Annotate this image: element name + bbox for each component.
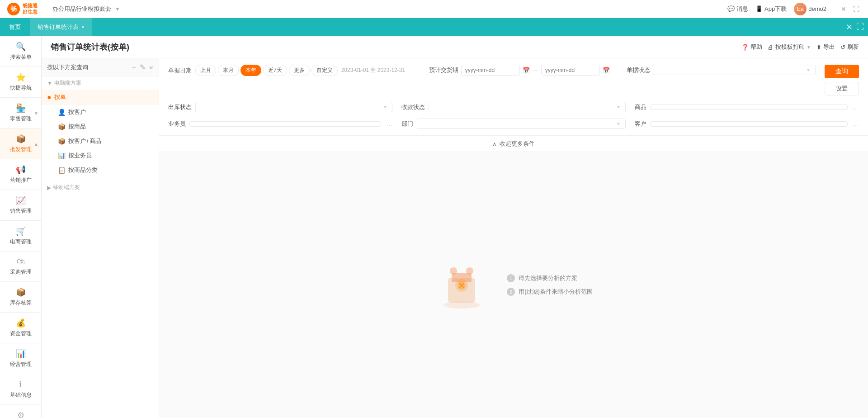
salesperson-select[interactable] — [189, 121, 381, 127]
operation-icon: 📊 — [4, 349, 38, 359]
wholesale-arrow: ▲ — [34, 141, 38, 146]
department-label: 部门 — [401, 120, 413, 128]
scheme-item-by-customer[interactable]: 👤 按客户 — [42, 105, 159, 119]
delivery-arrow: ▼ — [383, 104, 387, 109]
body-area: 按以下方案查询 + ✎ « ▼ 电脑端方案 ● 按单 — [42, 58, 868, 418]
department-select[interactable]: ▼ — [417, 119, 626, 129]
edit-scheme-btn[interactable]: ✎ — [140, 63, 146, 71]
collapse-panel-btn[interactable]: « — [149, 63, 153, 71]
print-btn[interactable]: 🖨 按模板打印 ▼ — [768, 43, 811, 51]
date-prev-month-btn[interactable]: 上月 — [195, 65, 216, 76]
sidebar-label-wholesale: 批发管理 — [4, 146, 38, 153]
sidebar-item-marketing[interactable]: 📢 营销推广 — [0, 159, 41, 190]
shortcut-icon: ⭐ — [4, 72, 38, 82]
goods-select[interactable] — [650, 104, 848, 110]
export-icon: ⬆ — [816, 44, 821, 51]
divider — [45, 5, 45, 14]
export-btn[interactable]: ⬆ 导出 — [816, 43, 835, 51]
empty-tip-2: 2 用[过滤]条件来缩小分析范围 — [507, 288, 592, 296]
date-7days-btn[interactable]: 近7天 — [263, 65, 287, 76]
logo-text: 畅捷通好生意 — [23, 3, 38, 14]
date-this-year-btn[interactable]: 本年 — [241, 65, 261, 76]
window-expand-btn[interactable]: ⛶ — [852, 5, 861, 14]
settings-btn[interactable]: 设置 — [825, 82, 859, 95]
collapse-bar[interactable]: ∧ 收起更多条件 — [159, 136, 868, 152]
help-icon: ❓ — [741, 44, 749, 51]
calendar-start-icon[interactable]: 📅 — [523, 67, 530, 74]
scheme-item-by-order[interactable]: ● 按单 — [42, 90, 159, 105]
sidebar-item-basic[interactable]: ℹ 基础信息 — [0, 374, 41, 405]
expected-date-end-input[interactable] — [541, 65, 600, 76]
system-icon: ⚙ — [4, 410, 38, 418]
delivery-status-group: 出库状态 ▼ — [168, 102, 392, 112]
by-sp-icon: 📊 — [58, 152, 66, 159]
svg-point-7 — [450, 267, 457, 275]
by-order-label: 按单 — [54, 93, 153, 101]
help-btn[interactable]: ❓ 帮助 — [741, 43, 762, 51]
sidebar-item-system[interactable]: ⚙ 系统管理 — [0, 405, 41, 418]
refresh-btn[interactable]: ↺ 刷新 — [840, 43, 859, 51]
sidebar-label-sales: 销售管理 — [4, 207, 38, 215]
bill-status-select[interactable]: ▼ — [653, 65, 816, 75]
left-panel-title: 按以下方案查询 — [47, 63, 88, 71]
date-custom-btn[interactable]: 自定义 — [311, 65, 338, 76]
app-download-btn[interactable]: 📱 App下载 — [755, 5, 787, 13]
sidebar-label-ecommerce: 电商管理 — [4, 238, 38, 246]
tab-bar-expand-icon[interactable]: ⛶ — [856, 22, 864, 32]
sidebar-item-retail[interactable]: 🏪 零售管理 ▼ — [0, 98, 41, 128]
sidebar-item-shortcut[interactable]: ⭐ 快捷导航 — [0, 67, 41, 98]
sidebar-item-search[interactable]: 🔍 搜索菜单 — [0, 36, 41, 67]
tab-label: 销售订单统计表 — [38, 23, 79, 31]
user-area[interactable]: Ea demo2 — [794, 3, 826, 15]
date-this-month-btn[interactable]: 本月 — [218, 65, 239, 76]
date-filter-group: 单据日期 上月 本月 本年 近7天 更多 自定义 2023-01-01 至 20… — [168, 65, 420, 76]
tab-bar-close-icon[interactable]: ✕ — [846, 22, 853, 32]
page-header: 销售订单统计表(按单) ❓ 帮助 🖨 按模板打印 ▼ ⬆ 导出 ↺ 刷新 — [42, 36, 868, 58]
sidebar-item-wholesale[interactable]: 📦 批发管理 ▲ — [0, 128, 41, 159]
tab-home[interactable]: 首页 — [0, 18, 30, 36]
message-btn[interactable]: 💬 消息 — [727, 5, 748, 13]
expected-date-start-input[interactable] — [461, 65, 520, 76]
avatar: Ea — [794, 3, 807, 15]
breadcrumb-arrow[interactable]: ▼ — [115, 6, 120, 12]
top-bar: 畅 畅捷通好生意 办公用品行业模拟账套 ▼ 💬 消息 📱 App下载 Ea de… — [0, 0, 868, 18]
customer-select[interactable] — [650, 121, 848, 127]
expected-date-label: 预计交货期 — [429, 66, 458, 74]
empty-tips: 1 请先选择要分析的方案 2 用[过滤]条件来缩小分析范围 — [507, 274, 592, 296]
query-btn[interactable]: 查询 — [825, 65, 859, 78]
sidebar-item-operation[interactable]: 📊 经营管理 — [0, 343, 41, 374]
scheme-item-by-salesperson[interactable]: 📊 按业务员 — [42, 148, 159, 163]
salesperson-dots[interactable]: ... — [387, 120, 392, 128]
customer-dots[interactable]: ... — [853, 120, 859, 128]
date-more-btn[interactable]: 更多 — [289, 65, 310, 76]
scheme-item-by-goods[interactable]: 📦 按商品 — [42, 119, 159, 134]
payment-status-select[interactable]: ▼ — [429, 102, 626, 112]
tab-sales-order-stats[interactable]: 销售订单统计表 × — [30, 18, 92, 36]
by-customer-label: 按客户 — [68, 108, 86, 116]
goods-dots[interactable]: ... — [853, 103, 859, 111]
logo-icon: 畅 — [7, 3, 20, 15]
scheme-item-by-customer-goods[interactable]: 📦 按客户+商品 — [42, 134, 159, 148]
dept-arrow: ▼ — [616, 121, 621, 126]
delivery-status-select[interactable]: ▼ — [195, 102, 392, 112]
mobile-section-expand[interactable]: ▶ — [47, 185, 51, 191]
download-icon: 📱 — [755, 5, 763, 12]
sidebar-item-sales[interactable]: 📈 销售管理 — [0, 190, 41, 221]
sidebar-item-finance[interactable]: 💰 资金管理 — [0, 313, 41, 343]
help-label: 帮助 — [750, 43, 762, 51]
pc-section-expand[interactable]: ▼ — [47, 80, 52, 86]
filter-row-2: 出库状态 ▼ 收款状态 ▼ — [168, 102, 859, 112]
empty-illustration — [434, 257, 489, 313]
scheme-item-by-category[interactable]: 📋 按商品分类 — [42, 163, 159, 177]
tab-close-btn[interactable]: × — [81, 24, 85, 30]
by-order-icon: ● — [47, 93, 52, 101]
salesperson-group: 业务员 ... — [168, 120, 392, 128]
add-scheme-btn[interactable]: + — [132, 63, 136, 71]
finance-icon: 💰 — [4, 318, 38, 328]
window-close-btn[interactable]: ✕ — [839, 5, 848, 14]
calendar-end-icon[interactable]: 📅 — [603, 67, 610, 74]
sidebar-item-inventory[interactable]: 📦 库存核算 — [0, 282, 41, 313]
sidebar-item-ecommerce[interactable]: 🛒 电商管理 — [0, 221, 41, 252]
sidebar-item-purchase[interactable]: 🛍 采购管理 — [0, 252, 41, 282]
message-label: 消息 — [736, 5, 748, 13]
